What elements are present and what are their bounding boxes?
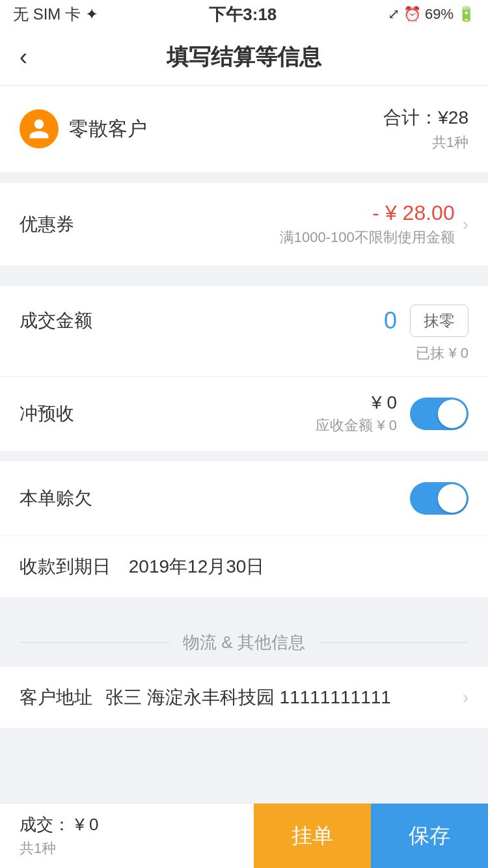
due-date-row: 收款到期日 2019年12月30日 (0, 536, 488, 597)
round-button[interactable]: 抹零 (410, 305, 468, 337)
status-right: ⤢ ⏰ 69% 🔋 (388, 6, 475, 23)
toggle-knob (438, 400, 467, 428)
address-label: 客户地址 (20, 685, 92, 710)
prepay-right: ¥ 0 应收金额 ¥ 0 (316, 392, 468, 435)
status-bar: 无 SIM 卡 ✦ 下午3:18 ⤢ ⏰ 69% 🔋 (0, 0, 488, 29)
debt-label: 本单赊欠 (20, 486, 92, 511)
prepay-row: 冲预收 ¥ 0 应收金额 ¥ 0 (0, 376, 488, 451)
chevron-icon: › (463, 214, 468, 235)
transaction-right: 0 抹零 (384, 305, 468, 337)
prepay-toggle[interactable] (410, 398, 468, 430)
bottom-info: 成交： ¥ 0 共1种 (0, 804, 254, 868)
address-chevron-icon: › (463, 687, 468, 708)
coupon-label: 优惠券 (20, 212, 74, 237)
debt-row: 本单赊欠 (0, 461, 488, 536)
separator-3 (0, 608, 488, 618)
location-icon: ⤢ (388, 6, 400, 23)
divider-line-right (318, 642, 468, 643)
coupon-value-block: - ¥ 28.00 满1000-100不限制使用金额 (280, 201, 455, 247)
hang-button[interactable]: 挂单 (254, 804, 371, 868)
bottom-bar: 成交： ¥ 0 共1种 挂单 保存 (0, 803, 488, 868)
bottom-trans-label: 成交： (20, 815, 70, 834)
total-count: 共1种 (383, 133, 468, 152)
page-title: 填写结算等信息 (167, 42, 321, 72)
transaction-label: 成交金额 (20, 308, 92, 333)
debt-section: 本单赊欠 收款到期日 2019年12月30日 (0, 461, 488, 597)
back-button[interactable]: ‹ (20, 44, 27, 71)
debt-toggle[interactable] (410, 482, 468, 515)
address-row[interactable]: 客户地址 张三 海淀永丰科技园 11111111111 › (0, 667, 488, 728)
bottom-count: 共1种 (20, 839, 234, 858)
transaction-row: 成交金额 0 抹零 (0, 286, 488, 344)
status-left: 无 SIM 卡 ✦ (13, 4, 98, 25)
transaction-section: 成交金额 0 抹零 已抹 ¥ 0 冲预收 ¥ 0 应收金额 ¥ 0 (0, 286, 488, 451)
save-button[interactable]: 保存 (371, 804, 488, 868)
separator-2 (0, 451, 488, 461)
prepay-amount: ¥ 0 (316, 392, 397, 413)
due-date-label: 收款到期日 (20, 556, 111, 576)
alarm-icon: ⏰ (403, 6, 421, 23)
coupon-right: - ¥ 28.00 满1000-100不限制使用金额 › (280, 201, 468, 247)
due-date-value: 2019年12月30日 (129, 556, 265, 576)
divider-line-left (20, 642, 170, 643)
customer-total: 合计：¥28 共1种 (383, 105, 468, 152)
bottom-trans: 成交： ¥ 0 (20, 813, 234, 836)
transaction-value: 0 (384, 307, 397, 334)
transaction-sub: 已抹 ¥ 0 (0, 344, 488, 376)
customer-name: 零散客户 (69, 116, 147, 142)
coupon-section[interactable]: 优惠券 - ¥ 28.00 满1000-100不限制使用金额 › (0, 182, 488, 265)
customer-row: 零散客户 合计：¥28 共1种 (0, 86, 488, 172)
coupon-row[interactable]: 优惠券 - ¥ 28.00 满1000-100不限制使用金额 › (0, 182, 488, 265)
prepay-sub: 应收金额 ¥ 0 (316, 416, 397, 435)
battery-level: 69% (425, 6, 454, 23)
logistics-divider: 物流 & 其他信息 (0, 618, 488, 667)
avatar (20, 109, 59, 148)
address-value: 张三 海淀永丰科技园 11111111111 (105, 685, 463, 710)
coupon-sub: 满1000-100不限制使用金额 (280, 228, 455, 247)
nav-bar: ‹ 填写结算等信息 (0, 29, 488, 86)
sim-status: 无 SIM 卡 ✦ (13, 4, 98, 25)
battery-icon: 🔋 (457, 6, 475, 23)
customer-section: 零散客户 合计：¥28 共1种 (0, 86, 488, 172)
debt-toggle-knob (438, 484, 467, 513)
separator-1 (0, 276, 488, 286)
logistics-label: 物流 & 其他信息 (183, 631, 305, 654)
customer-left: 零散客户 (20, 109, 147, 148)
logistics-section: 物流 & 其他信息 客户地址 张三 海淀永丰科技园 11111111111 › (0, 618, 488, 728)
status-time: 下午3:18 (209, 3, 277, 26)
coupon-value: - ¥ 28.00 (280, 201, 455, 225)
prepay-label: 冲预收 (20, 401, 74, 426)
prepay-values: ¥ 0 应收金额 ¥ 0 (316, 392, 397, 435)
total-amount: 合计：¥28 (383, 105, 468, 130)
bottom-trans-amount: ¥ 0 (75, 815, 98, 834)
main-content: 零散客户 合计：¥28 共1种 优惠券 - ¥ 28.00 满1000-100不… (0, 86, 488, 817)
